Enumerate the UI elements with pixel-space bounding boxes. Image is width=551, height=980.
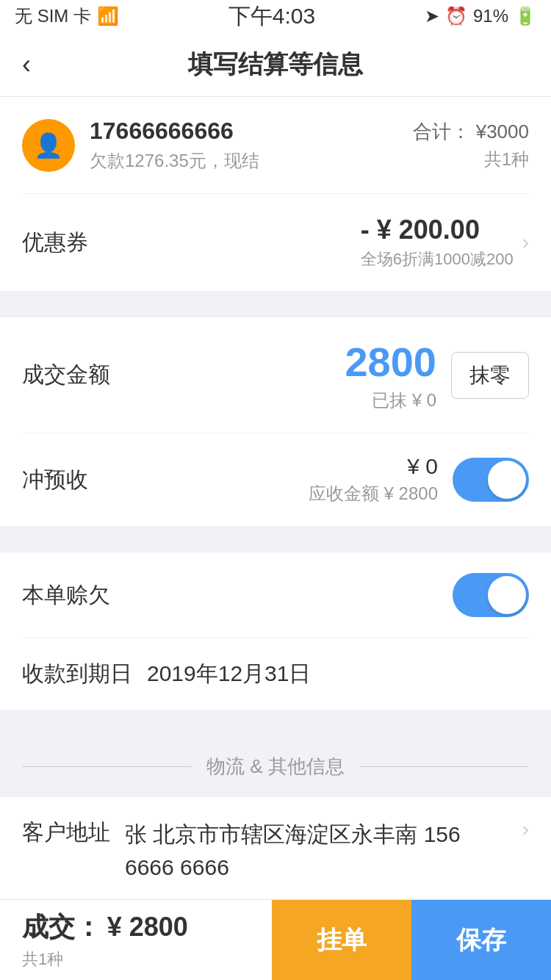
address-label: 客户地址 bbox=[22, 818, 110, 848]
coupon-row[interactable]: 优惠券 - ¥ 200.00 全场6折满1000减200 › bbox=[0, 194, 551, 291]
status-bar-time: 下午4:03 bbox=[228, 1, 315, 32]
bottom-count: 共1种 bbox=[22, 948, 250, 970]
pending-button[interactable]: 挂单 bbox=[272, 900, 411, 981]
prepay-row: 冲预收 ¥ 0 应收金额 ¥ 2800 bbox=[0, 433, 551, 526]
prepay-sub: 应收金额 ¥ 2800 bbox=[309, 482, 438, 505]
bottom-deal-amount: ¥ 2800 bbox=[107, 912, 188, 942]
alarm-icon: ⏰ bbox=[445, 6, 467, 26]
prepay-right: ¥ 0 应收金额 ¥ 2800 bbox=[309, 454, 529, 505]
due-date-row: 收款到期日 2019年12月31日 bbox=[0, 638, 551, 710]
debt-row: 本单赊欠 bbox=[0, 552, 551, 638]
prepay-toggle[interactable] bbox=[453, 458, 529, 502]
user-details: 17666666666 欠款1276.35元，现结 bbox=[90, 118, 259, 173]
debt-order-label: 本单赊欠 bbox=[22, 580, 110, 610]
coupon-discount: - ¥ 200.00 bbox=[361, 215, 514, 245]
page-title: 填写结算等信息 bbox=[188, 48, 363, 82]
user-debt: 欠款1276.35元，现结 bbox=[90, 149, 259, 173]
status-bar-left: 无 SIM 卡 📶 bbox=[15, 4, 119, 28]
coupon-label: 优惠券 bbox=[22, 228, 88, 258]
debt-toggle-knob bbox=[488, 576, 526, 614]
bottom-deal-label: 成交： bbox=[22, 912, 101, 942]
total-amount: ¥3000 bbox=[476, 120, 529, 143]
user-info-card: 👤 17666666666 欠款1276.35元，现结 合计： ¥3000 共1… bbox=[0, 97, 551, 291]
address-chevron-icon: › bbox=[522, 818, 529, 841]
due-date-value: 2019年12月31日 bbox=[147, 659, 311, 689]
no-sim-label: 无 SIM 卡 bbox=[15, 4, 91, 28]
logistics-header: 物流 & 其他信息 bbox=[0, 736, 551, 797]
debt-order-toggle[interactable] bbox=[453, 573, 529, 617]
toggle-knob bbox=[488, 461, 526, 499]
battery-label: 91% bbox=[473, 6, 508, 26]
deal-number: 2800 bbox=[345, 338, 436, 386]
logistics-title: 物流 & 其他信息 bbox=[206, 754, 345, 779]
prepay-label: 冲预收 bbox=[22, 465, 88, 495]
user-info-row: 👤 17666666666 欠款1276.35元，现结 合计： ¥3000 共1… bbox=[0, 97, 551, 193]
total-label: 合计： ¥3000 bbox=[413, 119, 529, 145]
deal-amount-card: 成交金额 2800 已抹 ¥ 0 抹零 冲预收 ¥ 0 应收金额 ¥ 2800 bbox=[0, 317, 551, 526]
status-bar-right: ➤ ⏰ 91% 🔋 bbox=[425, 6, 536, 26]
back-button[interactable]: ‹ bbox=[22, 49, 31, 80]
section-separator-1 bbox=[0, 303, 551, 317]
wifi-icon: 📶 bbox=[97, 6, 119, 26]
coupon-right: - ¥ 200.00 全场6折满1000减200 › bbox=[361, 215, 529, 270]
prepay-amount: ¥ 0 应收金额 ¥ 2800 bbox=[309, 454, 438, 505]
address-value: 张 北京市市辖区海淀区永丰南 156 6666 6666 bbox=[125, 818, 514, 884]
location-icon: ➤ bbox=[425, 6, 439, 26]
address-card: 客户地址 张 北京市市辖区海淀区永丰南 156 6666 6666 › bbox=[0, 797, 551, 904]
main-content: 👤 17666666666 欠款1276.35元，现结 合计： ¥3000 共1… bbox=[0, 97, 551, 980]
coupon-description: 全场6折满1000减200 bbox=[361, 248, 514, 270]
save-button[interactable]: 保存 bbox=[411, 900, 551, 981]
user-info-left: 👤 17666666666 欠款1276.35元，现结 bbox=[22, 118, 259, 173]
bottom-deal: 成交： ¥ 2800 bbox=[22, 909, 250, 945]
bottom-summary: 成交： ¥ 2800 共1种 bbox=[0, 909, 272, 970]
battery-icon: 🔋 bbox=[514, 6, 536, 26]
due-date-label: 收款到期日 bbox=[22, 659, 132, 689]
logistics-line-left bbox=[22, 766, 192, 767]
section-separator-2 bbox=[0, 538, 551, 552]
avatar: 👤 bbox=[22, 119, 75, 172]
prepay-main-amount: ¥ 0 bbox=[309, 454, 438, 479]
avatar-icon: 👤 bbox=[34, 131, 63, 159]
address-row[interactable]: 客户地址 张 北京市市辖区海淀区永丰南 156 6666 6666 › bbox=[0, 797, 551, 904]
logistics-line-right bbox=[359, 766, 529, 767]
section-separator-3 bbox=[0, 721, 551, 736]
nav-bar: ‹ 填写结算等信息 bbox=[0, 32, 551, 97]
deal-amount-row: 成交金额 2800 已抹 ¥ 0 抹零 bbox=[0, 317, 551, 433]
deal-amount-right: 2800 已抹 ¥ 0 抹零 bbox=[345, 338, 529, 412]
round-button[interactable]: 抹零 bbox=[451, 352, 529, 399]
deal-amount-label: 成交金额 bbox=[22, 360, 110, 390]
bottom-bar: 成交： ¥ 2800 共1种 挂单 保存 bbox=[0, 899, 551, 980]
deal-amount-main: 2800 已抹 ¥ 0 bbox=[345, 338, 436, 412]
user-phone: 17666666666 bbox=[90, 118, 259, 145]
debt-order-card: 本单赊欠 收款到期日 2019年12月31日 bbox=[0, 552, 551, 710]
chevron-right-icon: › bbox=[522, 231, 529, 254]
user-info-right: 合计： ¥3000 共1种 bbox=[413, 119, 529, 171]
total-count: 共1种 bbox=[413, 148, 529, 171]
coupon-info: - ¥ 200.00 全场6折满1000减200 bbox=[361, 215, 514, 270]
deal-sub: 已抹 ¥ 0 bbox=[345, 389, 436, 412]
status-bar: 无 SIM 卡 📶 下午4:03 ➤ ⏰ 91% 🔋 bbox=[0, 0, 551, 32]
